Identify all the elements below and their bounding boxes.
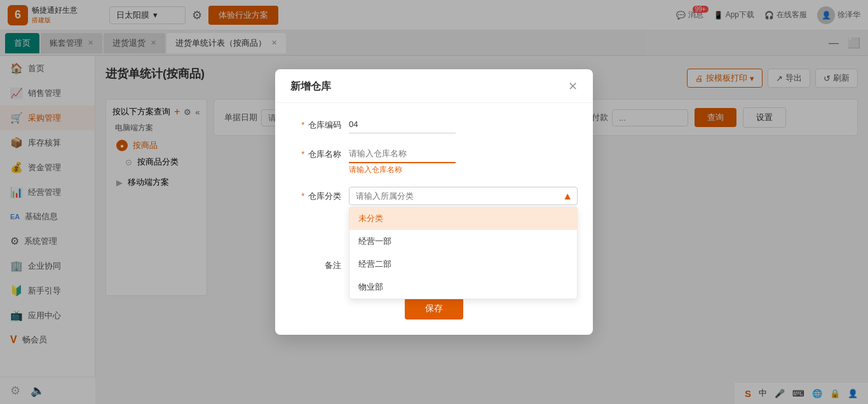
category-input[interactable] bbox=[349, 187, 578, 205]
new-warehouse-modal: 新增仓库 ✕ * 仓库编码 * 仓库名称 bbox=[275, 69, 593, 335]
modal-close-btn[interactable]: ✕ bbox=[568, 79, 578, 93]
category-dropdown-wrap: ▲ bbox=[349, 187, 578, 205]
category-dropdown-list: 未分类 经营一部 经营二部 物业部 bbox=[349, 206, 578, 299]
name-field-wrap: 请输入仓库名称 bbox=[349, 145, 578, 175]
modal-overlay: 新增仓库 ✕ * 仓库编码 * 仓库名称 bbox=[0, 0, 868, 404]
code-label: * 仓库编码 bbox=[290, 116, 341, 131]
dropdown-arrow-icon[interactable]: ▲ bbox=[562, 191, 573, 202]
code-field-wrap bbox=[349, 116, 578, 133]
code-input[interactable] bbox=[349, 116, 456, 133]
form-row-category: * 仓库分类 ▲ 未分类 经营一部 经营二部 物业部 bbox=[290, 187, 578, 205]
form-row-code: * 仓库编码 bbox=[290, 116, 578, 133]
note-label: 备注 bbox=[290, 256, 341, 271]
name-label: * 仓库名称 bbox=[290, 145, 341, 160]
dropdown-option-1[interactable]: 经营一部 bbox=[349, 230, 577, 253]
dropdown-option-3[interactable]: 物业部 bbox=[349, 276, 577, 299]
category-label: * 仓库分类 bbox=[290, 187, 341, 202]
modal-footer: 保存 bbox=[275, 298, 593, 320]
dropdown-option-0[interactable]: 未分类 bbox=[349, 207, 577, 230]
name-input[interactable] bbox=[349, 145, 456, 163]
dropdown-option-2[interactable]: 经营二部 bbox=[349, 253, 577, 276]
modal-body: * 仓库编码 * 仓库名称 请输入仓库名称 bbox=[275, 103, 593, 298]
form-row-name: * 仓库名称 请输入仓库名称 bbox=[290, 145, 578, 175]
save-btn[interactable]: 保存 bbox=[405, 298, 463, 320]
category-field-wrap: ▲ 未分类 经营一部 经营二部 物业部 bbox=[349, 187, 578, 205]
modal-header: 新增仓库 ✕ bbox=[275, 69, 593, 103]
name-error-msg: 请输入仓库名称 bbox=[349, 165, 578, 175]
modal-title: 新增仓库 bbox=[290, 80, 331, 93]
